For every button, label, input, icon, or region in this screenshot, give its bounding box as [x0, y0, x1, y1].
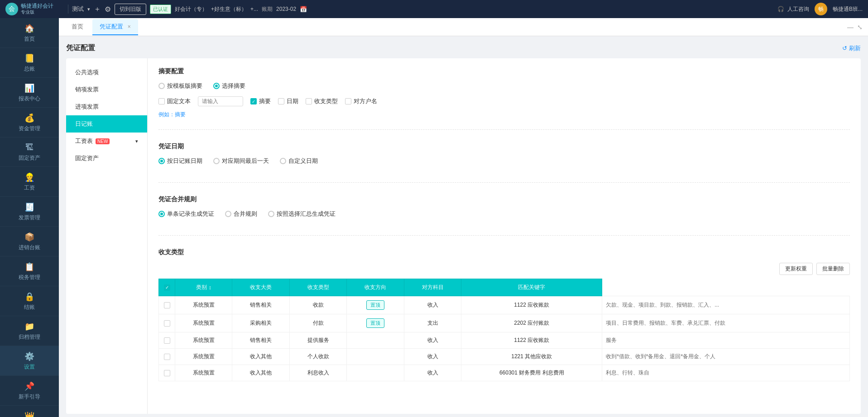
checkbox-date[interactable]: 日期 — [278, 97, 298, 105]
left-nav-payroll[interactable]: 工资表 NEW ▾ — [66, 133, 147, 150]
merge-section: 凭证合并规则 单条记录生成凭证 合并规则 — [158, 195, 850, 236]
sidebar-item-purchase[interactable]: 📦 进销台账 — [0, 227, 59, 256]
radio-template[interactable]: 按模板版摘要 — [158, 82, 202, 90]
row2-direction: 收入 — [404, 332, 461, 349]
row0-checkbox[interactable] — [159, 296, 175, 314]
select-all-checkbox[interactable]: ✓ — [164, 284, 170, 291]
row3-check[interactable] — [164, 354, 170, 360]
sidebar-item-assets[interactable]: 🏗 固定资产 — [0, 137, 59, 167]
checkbox-summary[interactable]: ✓ 摘要 — [250, 97, 271, 105]
test-label[interactable]: 测试 — [72, 5, 84, 13]
row1-check[interactable] — [164, 320, 170, 327]
sidebar-item-invoice[interactable]: 🧾 发票管理 — [0, 197, 59, 227]
row1-tag[interactable]: 置顶 — [347, 314, 404, 332]
certified-tag: 已认证 — [150, 5, 171, 14]
sidebar-invoice-label: 发票管理 — [19, 214, 40, 222]
settings-icon[interactable]: ⚙ — [105, 5, 111, 14]
checkbox-type-label: 收支类型 — [314, 97, 338, 105]
row3-checkbox[interactable] — [159, 349, 175, 365]
username[interactable]: 畅捷通B班... — [833, 5, 863, 13]
archive-icon: 📁 — [24, 322, 34, 332]
config-area: 摘要配置 按模板版摘要 选择摘要 — [148, 58, 861, 414]
radio-single[interactable]: 单条记录生成凭证 — [158, 210, 214, 218]
period-value[interactable]: 2023-02 — [276, 6, 296, 12]
row3-category: 系统预置 — [175, 349, 232, 365]
sidebar-item-close[interactable]: 🔒 结账 — [0, 286, 59, 316]
th-checkbox[interactable]: ✓ — [159, 279, 175, 296]
checkbox-fixed-text[interactable]: 固定文本 — [158, 97, 191, 105]
radio-select[interactable]: 选择摘要 — [213, 82, 245, 90]
fixed-text-input[interactable] — [198, 96, 243, 106]
update-weight-button[interactable]: 更新权重 — [779, 263, 813, 275]
row4-category: 系统预置 — [175, 365, 232, 381]
refresh-button[interactable]: ↺ 刷新 — [842, 44, 861, 52]
salary-icon: 👷 — [24, 172, 34, 182]
radio-journal-date-circle — [158, 158, 165, 164]
tab-close-icon[interactable]: × — [128, 24, 131, 30]
sidebar-item-member[interactable]: 👑 畅会员 — [0, 406, 59, 417]
tab-home[interactable]: 首页 — [64, 19, 91, 35]
row3-tag — [347, 349, 404, 365]
radio-custom-date-circle — [280, 158, 286, 164]
left-nav-purchase[interactable]: 进项发票 — [66, 98, 147, 115]
tag2: +好生意（标） — [211, 5, 247, 13]
checkbox-group: 固定文本 ✓ 摘要 日期 — [158, 96, 850, 106]
logo-sub: 专业版 — [21, 9, 53, 15]
add-icon[interactable]: ＋ — [94, 5, 101, 14]
sidebar-item-funds[interactable]: 💰 资金管理 — [0, 108, 59, 137]
left-nav-public[interactable]: 公共选项 — [66, 64, 147, 81]
row1-checkbox[interactable] — [159, 314, 175, 332]
radio-custom-date[interactable]: 自定义日期 — [280, 157, 318, 165]
left-nav-sales[interactable]: 销项发票 — [66, 81, 147, 98]
radio-select-total[interactable]: 按照选择汇总生成凭证 — [268, 210, 336, 218]
sidebar-item-archive[interactable]: 📁 归档管理 — [0, 316, 59, 346]
sidebar-item-ledger[interactable]: 📒 总账 — [0, 48, 59, 78]
checkbox-counterparty[interactable]: 对方户名 — [345, 97, 377, 105]
dropdown-icon[interactable]: ▾ — [87, 6, 90, 12]
row4-big-type: 收入其他 — [232, 365, 289, 381]
settings-sidebar-icon: ⚙️ — [24, 351, 34, 361]
sort-icon: ↕ — [209, 284, 211, 291]
radio-merge-label: 合并规则 — [234, 210, 257, 218]
top-bar-right: 🎧 人工咨询 畅 畅捷通B班... — [777, 3, 863, 15]
row0-type: 收款 — [289, 296, 346, 314]
customer-service[interactable]: 🎧 人工咨询 — [777, 5, 809, 13]
ledger-icon: 📒 — [24, 53, 34, 63]
sidebar-item-guide[interactable]: 📌 新手引导 — [0, 376, 59, 406]
content-layout: 公共选项 销项发票 进项发票 日记账 工资表 NEW ▾ — [66, 58, 861, 414]
logo-icon: 会 — [5, 3, 18, 15]
table-actions: 更新权重 批量删除 — [158, 263, 850, 275]
sidebar-item-reports[interactable]: 📊 报表中心 — [0, 78, 59, 108]
sidebar-salary-label: 工资 — [24, 184, 35, 192]
calendar-icon[interactable]: 📅 — [300, 6, 307, 13]
checkbox-fixed-text-box — [158, 98, 165, 104]
row0-check[interactable] — [164, 302, 170, 308]
left-nav-journal[interactable]: 日记账 — [66, 115, 147, 133]
window-minimize-button[interactable]: — — [847, 24, 854, 31]
radio-single-label: 单条记录生成凭证 — [167, 210, 214, 218]
window-maximize-button[interactable]: ⤡ — [857, 24, 863, 31]
switch-button[interactable]: 切到旧版 — [115, 4, 146, 15]
row1-subject: 2202 应付账款 — [461, 314, 602, 332]
sidebar-item-salary[interactable]: 👷 工资 — [0, 167, 59, 197]
th-keywords: 匹配关键字 — [461, 279, 602, 296]
row4-checkbox[interactable] — [159, 365, 175, 381]
sidebar-item-settings[interactable]: ⚙️ 设置 — [0, 346, 59, 376]
radio-journal-date[interactable]: 按日记账日期 — [158, 157, 202, 165]
summary-radio-group: 按模板版摘要 选择摘要 — [158, 82, 850, 90]
row4-check[interactable] — [164, 370, 170, 376]
radio-period-last[interactable]: 对应期间最后一天 — [213, 157, 269, 165]
row0-tag[interactable]: 置顶 — [347, 296, 404, 314]
category-sort[interactable]: 类别 ↕ — [179, 284, 228, 291]
sidebar-item-home[interactable]: 🏠 首页 — [0, 18, 59, 48]
left-nav-fixed-assets[interactable]: 固定资产 — [66, 150, 147, 167]
batch-delete-button[interactable]: 批量删除 — [816, 263, 850, 275]
tab-voucher-config[interactable]: 凭证配置 × — [92, 19, 138, 35]
row2-check[interactable] — [164, 337, 170, 344]
checkbox-type[interactable]: 收支类型 — [306, 97, 338, 105]
user-avatar[interactable]: 畅 — [815, 3, 827, 15]
checkbox-summary-label: 摘要 — [259, 97, 271, 105]
row2-checkbox[interactable] — [159, 332, 175, 349]
sidebar-item-tax[interactable]: 📋 税务管理 — [0, 256, 59, 286]
radio-merge[interactable]: 合并规则 — [225, 210, 257, 218]
